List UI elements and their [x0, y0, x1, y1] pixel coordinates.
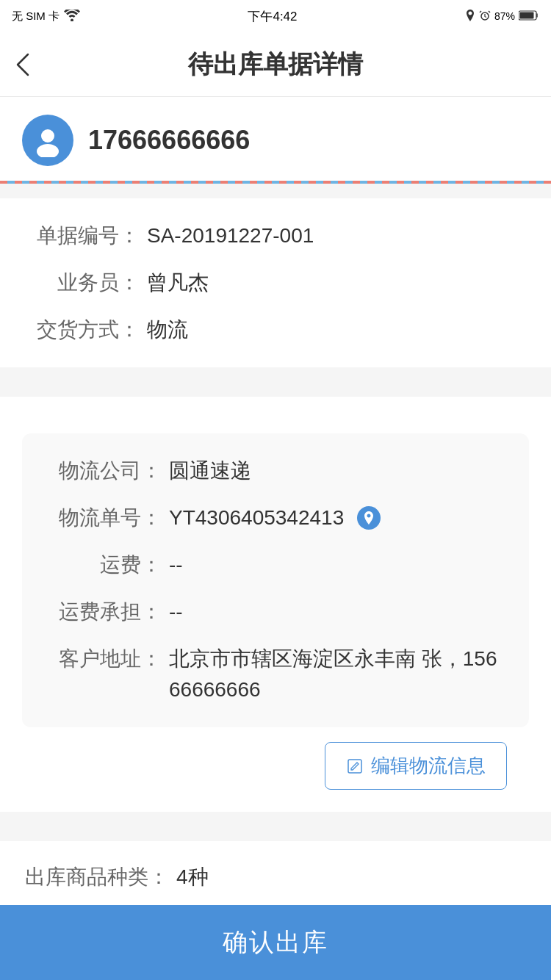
logistics-tracking-label: 物流单号： — [44, 502, 162, 533]
logistics-freight-bearer-row: 运费承担： -- — [44, 597, 507, 627]
order-info-section: 单据编号： SA-20191227-001 业务员： 曾凡杰 交货方式： 物流 — [0, 198, 551, 367]
logistics-company-label: 物流公司： — [44, 455, 162, 486]
svg-rect-2 — [519, 12, 533, 18]
logistics-address-value: 北京市市辖区海淀区永丰南 张，156 66666666 — [162, 644, 507, 705]
alarm-icon — [479, 10, 491, 24]
logistics-freight-bearer-label: 运费承担： — [44, 597, 162, 627]
edit-logistics-btn-wrap: 编辑物流信息 — [22, 727, 529, 790]
edit-logistics-button[interactable]: 编辑物流信息 — [325, 742, 507, 790]
main-content: 17666666666 单据编号： SA-20191227-001 业务员： 曾… — [0, 97, 551, 980]
logistics-address-row: 客户地址： 北京市市辖区海淀区永丰南 张，156 66666666 — [44, 644, 507, 705]
confirm-button[interactable]: 确认出库 — [0, 905, 551, 980]
status-right: 87% — [465, 10, 539, 24]
wifi-icon — [64, 10, 80, 24]
status-left: 无 SIM 卡 — [12, 10, 80, 24]
svg-rect-6 — [348, 760, 361, 773]
logistics-tracking-row: 物流单号： YT4306405342413 — [44, 502, 507, 533]
logistics-section: 物流公司： 圆通速递 物流单号： YT4306405342413 运费： — [0, 397, 551, 812]
logistics-card: 物流公司： 圆通速递 物流单号： YT4306405342413 运费： — [22, 433, 529, 727]
order-no-value: SA-20191227-001 — [140, 220, 529, 251]
logistics-freight-row: 运费： -- — [44, 550, 507, 580]
confirm-button-label: 确认出库 — [223, 928, 328, 956]
delivery-row: 交货方式： 物流 — [22, 314, 529, 345]
battery-text: 87% — [494, 10, 515, 22]
nav-bar: 待出库单据详情 — [0, 32, 551, 97]
goods-type-value: 4种 — [169, 863, 209, 891]
logistics-freight-bearer-value: -- — [162, 597, 507, 627]
svg-point-3 — [41, 129, 54, 143]
delivery-value: 物流 — [140, 314, 529, 345]
location-status-icon — [465, 10, 475, 24]
logistics-company-row: 物流公司： 圆通速递 — [44, 455, 507, 486]
gap1 — [0, 367, 551, 382]
carrier-text: 无 SIM 卡 — [12, 10, 60, 24]
logistics-company-value: 圆通速递 — [162, 455, 507, 486]
logistics-address-label: 客户地址： — [44, 644, 162, 674]
user-header: 17666666666 — [0, 97, 551, 181]
status-time: 下午4:42 — [248, 8, 297, 25]
goods-type-label: 出库商品种类： — [22, 863, 169, 891]
status-bar: 无 SIM 卡 下午4:42 87% — [0, 0, 551, 32]
goods-type-row: 出库商品种类： 4种 — [22, 863, 529, 891]
back-button[interactable] — [15, 51, 31, 78]
delivery-label: 交货方式： — [22, 314, 140, 345]
salesperson-row: 业务员： 曾凡杰 — [22, 267, 529, 298]
gap2 — [0, 812, 551, 826]
salesperson-label: 业务员： — [22, 267, 140, 298]
logistics-freight-label: 运费： — [44, 550, 162, 580]
logistics-tracking-value: YT4306405342413 — [162, 502, 507, 533]
dashed-divider — [0, 181, 551, 184]
svg-point-4 — [37, 144, 59, 157]
page-title: 待出库单据详情 — [188, 48, 363, 82]
user-avatar — [22, 115, 73, 166]
track-location-icon[interactable] — [354, 503, 383, 533]
battery-icon — [519, 10, 539, 23]
order-no-label: 单据编号： — [22, 220, 140, 251]
salesperson-value: 曾凡杰 — [140, 267, 529, 298]
order-no-row: 单据编号： SA-20191227-001 — [22, 220, 529, 251]
user-phone: 17666666666 — [88, 125, 250, 156]
logistics-freight-value: -- — [162, 550, 507, 580]
